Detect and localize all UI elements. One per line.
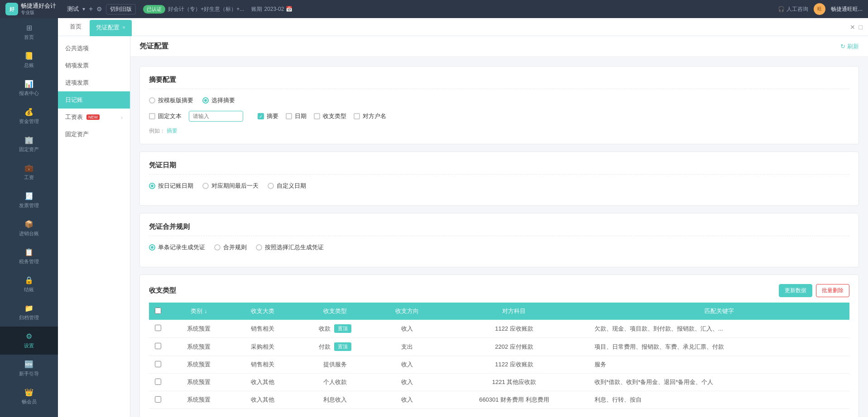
- plus-btn[interactable]: +: [89, 5, 93, 13]
- logo-icon: 好: [5, 3, 18, 15]
- sidebar-item-home[interactable]: ⊞ 首页: [0, 18, 58, 46]
- tax-icon: 📋: [24, 248, 34, 256]
- refresh-btn[interactable]: ↻ 刷新: [840, 43, 859, 51]
- window-expand-btn[interactable]: □: [859, 24, 863, 31]
- window-close-btn[interactable]: ✕: [850, 24, 855, 31]
- table-row: 系统预置 采购相关 付款 置顶 支出 220: [149, 338, 849, 356]
- top-bar-right: 🎧 人工咨询 旺 畅捷通旺旺...: [778, 3, 863, 15]
- checkbox-type[interactable]: 收支类型: [314, 112, 346, 120]
- radio-custom[interactable]: 自定义日期: [268, 182, 306, 190]
- certified-pill: 已认证: [143, 5, 165, 14]
- menu-item-journal[interactable]: 日记账: [58, 91, 130, 109]
- sidebar-item-sales[interactable]: 📦 进销台账: [0, 214, 58, 242]
- menu-item-public[interactable]: 公共选项: [58, 40, 130, 57]
- merge-rules-section: 凭证合并规则 单条记录生成凭证 合并规则: [139, 213, 859, 267]
- select-all-checkbox[interactable]: [155, 308, 161, 314]
- sidebar: ⊞ 首页 📒 总账 📊 报表中心 💰 资金管理 🏢 固定资产 💼 工资 🧾 发票…: [0, 18, 58, 417]
- new-badge: NEW: [86, 114, 100, 120]
- reset-badge-1[interactable]: 置顶: [334, 324, 351, 333]
- row-checkbox-3[interactable]: [155, 361, 161, 367]
- radio-merge[interactable]: 合并规则: [214, 243, 247, 251]
- content-area: 首页 凭证配置 × ✕ □ 公共选项 销项发票 进项发: [58, 18, 868, 417]
- checkbox-summary[interactable]: ✓ 摘要: [258, 112, 278, 120]
- refresh-icon: ↻: [840, 43, 845, 50]
- sidebar-label-guide: 新手引导: [19, 370, 39, 377]
- settings-btn[interactable]: ⚙: [96, 5, 102, 13]
- sidebar-item-salary[interactable]: 💼 工资: [0, 158, 58, 186]
- radio-single[interactable]: 单条记录生成凭证: [149, 243, 205, 251]
- row-checkbox-2[interactable]: [155, 343, 161, 349]
- fixed-text-input[interactable]: [189, 111, 243, 122]
- dropdown-icon[interactable]: ▾: [82, 6, 85, 12]
- radio-select-merge[interactable]: 按照选择汇总生成凭证: [256, 243, 324, 251]
- sidebar-label-close: 结账: [24, 286, 34, 293]
- service-btn[interactable]: 🎧 人工咨询: [778, 5, 808, 13]
- sidebar-item-tax[interactable]: 📋 税务管理: [0, 242, 58, 270]
- status-pills: 已认证 好会计（专）+好生意（标）+...: [143, 5, 244, 14]
- table-row: 系统预置 销售相关 提供服务 收入 1122 应收账款 服务: [149, 356, 849, 374]
- funds-icon: 💰: [24, 108, 34, 116]
- tab-close-icon[interactable]: ×: [122, 24, 125, 31]
- sidebar-item-ledger[interactable]: 📒 总账: [0, 46, 58, 74]
- sidebar-item-member[interactable]: 👑 畅会员: [0, 383, 58, 411]
- batch-delete-btn[interactable]: 批量删除: [816, 284, 849, 297]
- left-menu: 公共选项 销项发票 进项发票 日记账 工资表 NEW ›: [58, 36, 130, 417]
- tab-home[interactable]: 首页: [63, 18, 88, 36]
- radio-period-last[interactable]: 对应期间最后一天: [202, 182, 259, 190]
- page-content: 公共选项 销项发票 进项发票 日记账 工资表 NEW ›: [58, 36, 868, 417]
- sidebar-label-archive: 归档管理: [19, 314, 39, 321]
- sidebar-item-settings[interactable]: ⚙ 设置: [0, 327, 58, 355]
- sidebar-item-guide[interactable]: 🆕 新手引导: [0, 355, 58, 383]
- menu-item-purchase-invoice[interactable]: 进项发票: [58, 74, 130, 91]
- income-expense-title: 收支类型: [149, 286, 176, 295]
- sidebar-item-funds[interactable]: 💰 资金管理: [0, 102, 58, 130]
- example-row: 例如： 摘要: [149, 127, 849, 135]
- checkbox-counterparty-box: [354, 113, 360, 119]
- income-expense-section: 收支类型 更新数据 批量删除: [139, 275, 859, 417]
- radio-journal-date[interactable]: 按日记账日期: [149, 182, 193, 190]
- row-checkbox-5[interactable]: [155, 396, 161, 403]
- summary-radio-group: 按模板版摘要 选择摘要: [149, 96, 849, 104]
- sidebar-label-assets: 固定资产: [19, 146, 39, 153]
- old-version-btn[interactable]: 切到旧版: [106, 4, 136, 14]
- menu-item-payroll[interactable]: 工资表 NEW ›: [58, 109, 130, 126]
- home-icon: ⊞: [26, 24, 32, 32]
- sidebar-item-archive[interactable]: 📁 归档管理: [0, 299, 58, 327]
- radio-circle-single: [149, 244, 155, 251]
- tab-bar: 首页 凭证配置 × ✕ □: [58, 18, 868, 36]
- calendar-icon[interactable]: 📅: [286, 6, 293, 12]
- checkbox-date[interactable]: 日期: [286, 112, 307, 120]
- checkbox-fixed-text[interactable]: 固定文本: [149, 112, 182, 120]
- main-panel: 凭证配置 ↻ 刷新 摘要配置 按模板版摘要: [130, 36, 868, 417]
- voucher-date-title: 凭证日期: [149, 161, 849, 175]
- reset-badge-2[interactable]: 置顶: [334, 342, 351, 351]
- app-name: 畅捷通好会计: [21, 2, 56, 9]
- page-header: 凭证配置 ↻ 刷新: [130, 36, 868, 57]
- member-icon: 👑: [24, 388, 34, 397]
- sidebar-item-close[interactable]: 🔒 结账: [0, 270, 58, 299]
- menu-item-fixed-assets[interactable]: 固定资产: [58, 126, 130, 143]
- close-icon: 🔒: [24, 276, 34, 284]
- tab-config[interactable]: 凭证配置 ×: [90, 20, 132, 36]
- checkbox-row: 固定文本 ✓ 摘要 日期: [149, 111, 849, 122]
- invoice-icon: 🧾: [24, 192, 34, 200]
- radio-select[interactable]: 选择摘要: [202, 96, 235, 104]
- checkbox-fixed-text-box: [149, 113, 155, 119]
- merge-radio-group: 单条记录生成凭证 合并规则 按照选择汇总生成凭证: [149, 243, 849, 251]
- table-row: 系统预置 收入其他 个人收款 收入 1221 其他应收款 收到*借款、收到*备用…: [149, 374, 849, 391]
- voucher-date-section: 凭证日期 按日记账日期 对应期间最后一天: [139, 152, 859, 206]
- accounting-text: 好会计（专）+好生意（标）+...: [168, 5, 244, 13]
- checkbox-counterparty[interactable]: 对方户名: [354, 112, 386, 120]
- row-checkbox-4[interactable]: [155, 379, 161, 385]
- update-data-btn[interactable]: 更新数据: [779, 284, 812, 297]
- sidebar-item-invoice[interactable]: 🧾 发票管理: [0, 186, 58, 214]
- row-checkbox-1[interactable]: [155, 325, 161, 331]
- sidebar-item-assets[interactable]: 🏢 固定资产: [0, 130, 58, 158]
- menu-item-sales-invoice[interactable]: 销项发票: [58, 57, 130, 74]
- checkbox-type-box: [314, 113, 320, 119]
- period-badge: 账期 2023-02 📅: [251, 5, 293, 13]
- sidebar-label-salary: 工资: [24, 174, 34, 181]
- radio-template[interactable]: 按模板版摘要: [149, 96, 193, 104]
- sidebar-item-reports[interactable]: 📊 报表中心: [0, 74, 58, 102]
- user-avatar: 旺: [814, 3, 825, 15]
